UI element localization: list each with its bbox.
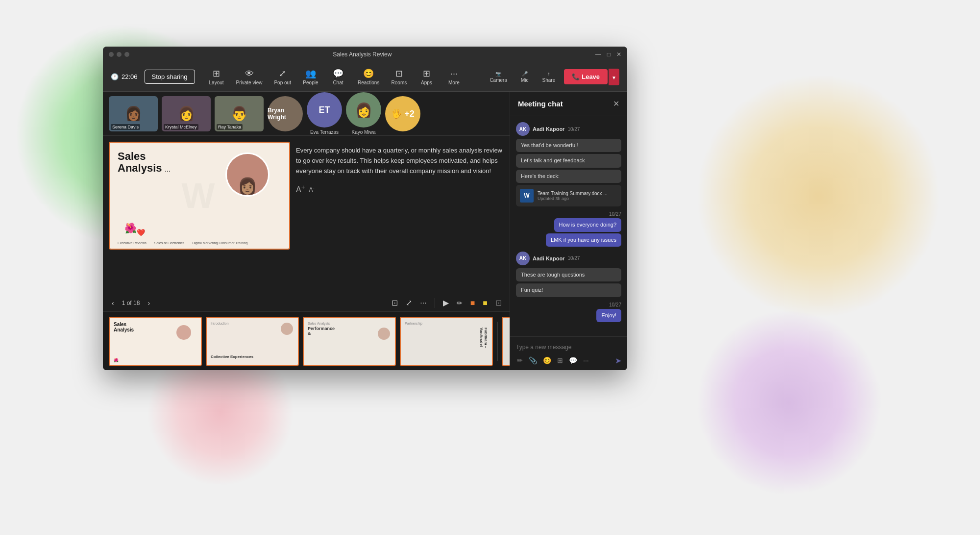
- more-label: More: [448, 80, 460, 85]
- play-btn[interactable]: ▶: [441, 297, 451, 308]
- slide-tools: ⊡ ⤢ ··· ▶ ✏ ■ ■ ⊡: [390, 297, 504, 308]
- thumb-divider: [497, 322, 498, 361]
- slide-thumb-3[interactable]: Sales Analysis Performance&: [303, 317, 396, 366]
- slide-counter: 1 of 18: [122, 300, 140, 306]
- people-icon: 👥: [305, 68, 316, 79]
- chat-close-btn[interactable]: ✕: [613, 99, 619, 108]
- slide-thumb-5[interactable]: [502, 317, 510, 366]
- more-participants-wrap: 🖐 +2: [385, 96, 420, 131]
- reactions-label: Reactions: [358, 80, 379, 85]
- bryan-avatar: Bryan Wright: [268, 96, 303, 131]
- next-slide-btn[interactable]: ›: [145, 298, 153, 308]
- font-controls: A+ A-: [296, 182, 504, 196]
- bg-blob-purple: [696, 309, 882, 496]
- chat-input[interactable]: [516, 342, 621, 353]
- participant-ray: 👨 Ray Tanaka: [215, 96, 264, 131]
- kayo-name: Kayo Miwa: [352, 129, 376, 135]
- share-screen-btn[interactable]: ↑ Share: [538, 68, 561, 86]
- more-chat-btn[interactable]: ···: [582, 356, 590, 365]
- thumb-1-content: SalesAnalysis 🌺: [110, 318, 201, 365]
- eraser-btn[interactable]: ⊡: [493, 297, 504, 308]
- prev-slide-btn[interactable]: ‹: [109, 298, 117, 308]
- pen-tool-btn[interactable]: ✏: [455, 298, 465, 308]
- meeting-toolbar: 🕐 22:06 Stop sharing ⊞ Layout 👁 Private …: [103, 62, 627, 92]
- minimize-btn[interactable]: —: [595, 51, 601, 58]
- share-label: Share: [542, 77, 556, 83]
- thumb-num-1: 1: [154, 369, 157, 371]
- highlighter-orange-btn[interactable]: ■: [468, 298, 477, 308]
- more-tools-btn[interactable]: ···: [418, 298, 428, 308]
- chat-title: Meeting chat: [518, 100, 563, 108]
- thumb-num-3: 3: [348, 369, 351, 371]
- stop-sharing-button[interactable]: Stop sharing: [145, 70, 195, 84]
- maximize-btn[interactable]: □: [607, 51, 611, 58]
- format-btn[interactable]: ✏: [516, 356, 524, 365]
- chat-bubble-5: Fun quiz!: [516, 283, 621, 297]
- private-view-btn[interactable]: 👁 Private view: [231, 66, 268, 88]
- thumb-wrapper-3: Sales Analysis Performance& 3: [303, 317, 396, 366]
- chat-btn[interactable]: 💬 Chat: [325, 65, 351, 88]
- leave-chevron[interactable]: ▼: [609, 69, 619, 85]
- fullscreen-btn[interactable]: ⤢: [404, 297, 414, 308]
- apps-btn[interactable]: ⊞ Apps: [414, 65, 439, 88]
- slide-thumb-1[interactable]: SalesAnalysis 🌺: [109, 317, 202, 366]
- slide-info-panel: Every company should have a quarterly, o…: [296, 142, 504, 288]
- participant-kayo-wrap: 👩 Kayo Miwa: [346, 92, 381, 135]
- send-btn[interactable]: ➤: [615, 356, 621, 365]
- mic-icon: 🎤: [522, 71, 528, 76]
- serena-name: Serena Davis: [111, 124, 140, 130]
- clock-icon: 🕐: [111, 73, 119, 80]
- chat-msg-header-aadi-1: AK Aadi Kapoor 10/27: [516, 122, 621, 136]
- chevron-down-icon: ▼: [612, 75, 616, 80]
- slide-description: Every company should have a quarterly, o…: [296, 146, 504, 176]
- ray-name: Ray Tanaka: [217, 124, 243, 130]
- pop-out-label: Pop out: [274, 80, 291, 85]
- leave-btn[interactable]: 📞 Leave: [564, 69, 608, 84]
- chat-label: Chat: [333, 80, 343, 85]
- eva-name: Eva Terrazas: [310, 129, 339, 135]
- thumb-3-content: Sales Analysis Performance&: [304, 318, 395, 365]
- participant-serena: 👩🏾 Serena Davis: [109, 96, 158, 131]
- close-btn[interactable]: ✕: [616, 51, 621, 58]
- chat-header: Meeting chat ✕: [510, 92, 627, 116]
- chat-toolbar: ✏ 📎 😊 ⊞ 💬 ··· ➤: [516, 356, 621, 365]
- giphy-btn[interactable]: ⊞: [556, 356, 564, 365]
- dot-1: [109, 52, 114, 57]
- people-btn[interactable]: 👥 People: [298, 65, 323, 88]
- rooms-btn[interactable]: ⊡ Rooms: [386, 65, 412, 88]
- chat-group-aadi-2: AK Aadi Kapoor 10/27 These are tough que…: [516, 252, 621, 297]
- attach-btn[interactable]: 📎: [528, 356, 538, 365]
- dot-3: [124, 52, 129, 57]
- people-label: People: [303, 80, 318, 85]
- chat-bubble-2: Let's talk and get feedback: [516, 154, 621, 167]
- content-area: 👩🏾 Serena Davis 👩 Krystal McElney 👨 Ray …: [103, 92, 627, 370]
- layout-btn[interactable]: ⊞ Layout: [204, 65, 229, 88]
- time-value: 22:06: [122, 73, 138, 80]
- more-btn[interactable]: ··· More: [441, 66, 466, 88]
- own-time-1: 10/27: [609, 211, 621, 217]
- file-attachment[interactable]: W Team Training Summary.docx ... Updated…: [516, 185, 621, 206]
- mic-btn[interactable]: 🎤 Mic: [516, 68, 534, 86]
- layout-icon: ⊞: [213, 68, 220, 79]
- highlighter-yellow-btn[interactable]: ■: [481, 298, 490, 308]
- font-decrease-btn[interactable]: A-: [309, 184, 314, 195]
- fit-slide-btn[interactable]: ⊡: [390, 297, 400, 308]
- own-bubble-2: LMK if you have any issues: [546, 233, 621, 247]
- leave-label: Leave: [582, 73, 600, 80]
- slide-thumb-2[interactable]: Introduction Collective Experiences: [206, 317, 299, 366]
- pop-out-btn[interactable]: ⤢ Pop out: [269, 65, 295, 88]
- share-icon: ↑: [547, 71, 550, 76]
- font-increase-btn[interactable]: A+: [296, 182, 305, 196]
- leave-button-group: 📞 Leave ▼: [564, 69, 619, 85]
- window-title: Sales Analysis Review: [129, 51, 595, 58]
- sticker-btn[interactable]: 💬: [568, 356, 578, 365]
- emoji-btn[interactable]: 😊: [542, 356, 552, 365]
- slide-thumb-4[interactable]: Partnership Fabrikam – VanArsdel: [400, 317, 493, 366]
- krystal-name: Krystal McElney: [164, 124, 198, 130]
- bg-blob-yellow: [696, 74, 941, 319]
- file-name: Team Training Summary.docx ...: [538, 191, 617, 196]
- camera-btn[interactable]: 📷 Camera: [485, 68, 512, 86]
- chat-bubble-3: Here's the deck:: [516, 170, 621, 183]
- aadi-time-1: 10/27: [567, 127, 580, 132]
- reactions-btn[interactable]: 😊 Reactions: [353, 65, 384, 88]
